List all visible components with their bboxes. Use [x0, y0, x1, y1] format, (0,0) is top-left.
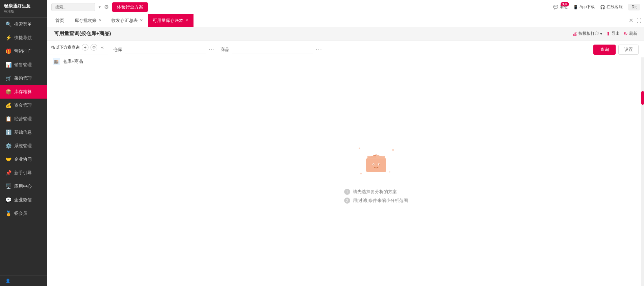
warehouse-label: 仓库 [113, 47, 122, 53]
app-download-button[interactable]: 📱 App下载 [573, 4, 595, 10]
sidebar-item-search[interactable]: 🔍 搜索菜单 [0, 18, 47, 31]
system-icon: ⚙️ [5, 143, 11, 149]
sidebar-item-marketing[interactable]: 🎁 营销推广 [0, 45, 47, 58]
print-label: 按模板打印 [578, 31, 599, 36]
sidebar-item-label: 系统管理 [14, 143, 32, 149]
tab-summary-close-icon[interactable]: ✕ [140, 18, 143, 23]
svg-point-8 [359, 148, 360, 149]
scheme-settings-button[interactable]: ⚙ [91, 44, 97, 51]
sidebar-item-label: 新手引导 [14, 170, 32, 176]
sidebar-item-newbie[interactable]: 📌 新手引导 [0, 166, 47, 180]
sidebar-item-inventory[interactable]: 📦 库存核算 [0, 85, 47, 99]
tab-batch-close-icon[interactable]: ✕ [99, 18, 102, 23]
sidebar-item-purchase[interactable]: 🛒 采购管理 [0, 72, 47, 85]
print-chevron-icon: ▾ [600, 31, 602, 36]
app-icon: 📱 [573, 5, 578, 9]
brand-name: 畅康通好生意 [4, 3, 43, 9]
sidebar-item-wxwork[interactable]: 💬 企业微信 [0, 193, 47, 207]
right-scrollbar[interactable] [641, 57, 644, 286]
sidebar-item-quicknav[interactable]: ⚡ 快捷导航 [0, 31, 47, 45]
sales-icon: 📊 [5, 62, 11, 68]
goods-input[interactable] [232, 46, 313, 53]
query-settings-button[interactable]: 设置 [618, 45, 639, 55]
sidebar-item-label: 经营管理 [14, 116, 32, 122]
sidebar-bottom: 👤 ... [0, 276, 47, 286]
sidebar-item-label: 企业协同 [14, 156, 32, 162]
collapse-panel-button[interactable]: « [101, 45, 104, 50]
sidebar-item-label: 企业微信 [14, 197, 32, 203]
sidebar-item-finance[interactable]: 💰 资金管理 [0, 99, 47, 112]
sidebar-item-label: 搜索菜单 [14, 21, 32, 27]
tab-home[interactable]: 首页 [50, 14, 70, 27]
sidebar-item-label: 基础信息 [14, 129, 32, 135]
member-icon: 🏅 [5, 210, 11, 216]
sidebar-item-label: 应用中心 [14, 183, 32, 189]
query-button[interactable]: 查询 [593, 45, 616, 55]
appcenter-icon: 🖥️ [5, 183, 11, 189]
search-icon: 🔍 [5, 21, 11, 27]
tab-available-close-icon[interactable]: ✕ [185, 18, 188, 23]
goods-label: 商品 [221, 47, 229, 53]
svg-point-11 [360, 173, 362, 175]
inventory-icon: 📦 [5, 89, 11, 95]
refresh-label: 刷新 [629, 31, 637, 36]
refresh-icon: ↻ [624, 31, 628, 36]
sidebar-item-appcenter[interactable]: 🖥️ 应用中心 [0, 180, 47, 193]
tab-available[interactable]: 可用量库存账本 ✕ [148, 14, 194, 27]
message-button[interactable]: 💬 消息 99+ [553, 4, 568, 10]
query-actions: 查询 设置 [593, 45, 639, 55]
scheme-item-warehouse-goods[interactable]: 🏬 仓库+商品 [47, 54, 108, 69]
empty-sparkles [356, 141, 396, 182]
print-button[interactable]: 🖨 按模板打印 ▾ [572, 31, 602, 36]
tabbar-actions: ✕ ⛶ [627, 14, 644, 27]
topbar-search-input[interactable] [51, 3, 95, 11]
empty-hint-2: 2 用[过滤]条件来缩小分析范围 [344, 198, 408, 204]
sidebar-item-label: 资金管理 [14, 102, 32, 108]
warehouse-input[interactable] [125, 46, 206, 53]
sidebar-header: 畅康通好生意 标准版 [0, 0, 47, 18]
sidebar-item-system[interactable]: ⚙️ 系统管理 [0, 139, 47, 153]
refresh-button[interactable]: ↻ 刷新 [624, 31, 637, 36]
sidebar-scroll: 🔍 搜索菜单 ⚡ 快捷导航 🎁 营销推广 📊 销售管理 🛒 采购管理 📦 库存核… [0, 18, 47, 276]
industry-button[interactable]: 体验行业方案 [112, 2, 148, 12]
sidebar-item-business[interactable]: 📋 经营管理 [0, 112, 47, 126]
query-bar: 仓库 ··· 商品 ··· 查询 设置 [108, 41, 644, 59]
hint-num-2: 2 [344, 198, 350, 204]
svg-point-10 [389, 171, 390, 173]
tab-summary[interactable]: 收发存汇总表 ✕ [107, 14, 148, 27]
topbar: ▾ ⚙ 体验行业方案 💬 消息 99+ 📱 App下载 🎧 在线客服 Rit [47, 0, 644, 14]
purchase-icon: 🛒 [5, 75, 11, 81]
sidebar-item-label: 快捷导航 [14, 35, 32, 41]
sidebar-item-basicinfo[interactable]: ℹ️ 基础信息 [0, 126, 47, 139]
content: 按以下方案查询 + ⚙ « 🏬 仓库+商品 仓库 ··· 商品 [47, 41, 644, 286]
sidebar-item-label: 采购管理 [14, 75, 32, 81]
tab-batch-label: 库存批次账 [75, 18, 97, 24]
sidebar-item-sales[interactable]: 📊 销售管理 [0, 58, 47, 72]
sidebar-item-label: 库存核算 [14, 89, 32, 95]
right-scrollbar-thumb [641, 91, 644, 105]
finance-icon: 💰 [5, 102, 11, 108]
newbie-icon: 📌 [5, 170, 11, 176]
app-label: App下载 [579, 4, 595, 10]
page-actions: 🖨 按模板打印 ▾ ⬆ 导出 ↻ 刷新 [572, 31, 637, 36]
tabbar-close-button[interactable]: ✕ [627, 17, 635, 24]
scheme-warehouse-icon: 🏬 [53, 58, 60, 65]
topbar-gear-icon[interactable]: ⚙ [104, 4, 109, 10]
tab-batch[interactable]: 库存批次账 ✕ [70, 14, 107, 27]
brand-sub: 标准版 [4, 9, 43, 14]
export-button[interactable]: ⬆ 导出 [606, 31, 620, 36]
tab-summary-label: 收发存汇总表 [111, 18, 138, 24]
sidebar-bottom-label: ... [12, 279, 16, 283]
topbar-chevron-icon[interactable]: ▾ [99, 5, 101, 9]
tabbar: 首页 库存批次账 ✕ 收发存汇总表 ✕ 可用量库存账本 ✕ ✕ ⛶ [47, 14, 644, 27]
sidebar-item-member[interactable]: 🏅 畅会员 [0, 207, 47, 220]
add-scheme-button[interactable]: + [82, 44, 88, 51]
tabbar-expand-button[interactable]: ⛶ [637, 18, 641, 23]
online-service-button[interactable]: 🎧 在线客服 [600, 4, 623, 10]
user-button[interactable]: Rit [628, 4, 640, 10]
export-label: 导出 [612, 31, 620, 36]
warehouse-more-icon[interactable]: ··· [209, 47, 215, 53]
empty-hints: 1 请先选择要分析的方案 2 用[过滤]条件来缩小分析范围 [344, 189, 408, 204]
goods-more-icon[interactable]: ··· [316, 47, 322, 53]
sidebar-item-enterprise[interactable]: 🤝 企业协同 [0, 153, 47, 166]
